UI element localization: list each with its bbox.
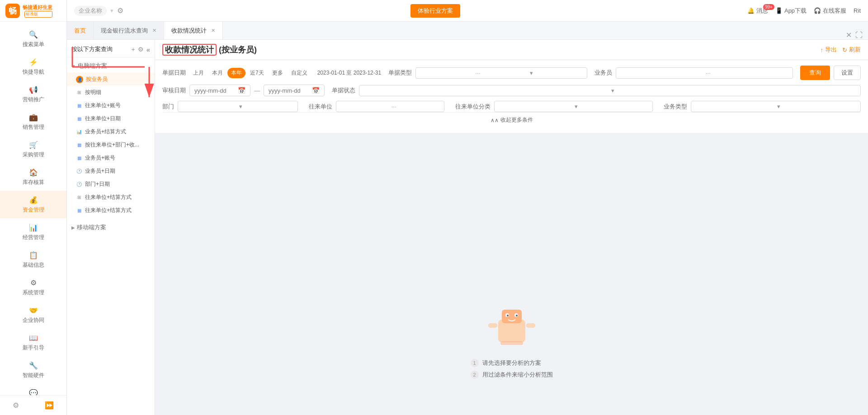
counterpart-select[interactable]: ··· [336, 101, 444, 112]
scheme-item-unit-account[interactable]: ▦ 往来单位+账号 [67, 99, 155, 112]
export-icon: ↑ [821, 47, 824, 53]
dept-select[interactable]: ▾ [178, 101, 298, 112]
voucher-status-select[interactable]: ▾ [359, 85, 861, 96]
date-tab-thisyear[interactable]: 本年 [227, 68, 245, 78]
desktop-group-header[interactable]: ▼ 电脑端方案 [67, 59, 155, 73]
scheme-item-salesperson-date[interactable]: 🕐 业务员+日期 [67, 165, 155, 178]
maximize-icon[interactable]: ⛶ [855, 31, 863, 39]
date-tabs: 上月 本月 本年 近7天 更多 自定义 [189, 68, 311, 78]
trial-btn[interactable]: 体验行业方案 [410, 4, 460, 18]
scheme-item-salesperson-account[interactable]: ▦ 业务员+账号 [67, 151, 155, 165]
svg-point-4 [507, 315, 509, 316]
dept-arrow-icon: ▾ [239, 103, 293, 110]
scheme-item-label: 按明细 [85, 89, 101, 96]
salesperson-date-icon: 🕐 [76, 168, 82, 174]
refresh-icon: ↻ [842, 47, 847, 53]
scheme-item-unit-settle1[interactable]: ⊞ 往来单位+结算方式 [67, 191, 155, 204]
date-separator: — [254, 87, 260, 94]
scheme-item-unit-settle2[interactable]: ▦ 往来单位+结算方式 [67, 204, 155, 217]
filter-row-3: 部门 ▾ 往来单位 ··· [162, 101, 861, 112]
date-tab-lastmonth[interactable]: 上月 [189, 68, 208, 78]
scheme-item-detail[interactable]: ⊞ 按明细 [67, 86, 155, 99]
salesperson-filter: 业务员 ··· [594, 67, 793, 79]
add-scheme-btn[interactable]: + [131, 46, 135, 53]
sidebar-item-search[interactable]: 🔍 搜索菜单 [0, 25, 66, 53]
sidebar-item-collab[interactable]: 🤝 企业协同 [0, 301, 66, 329]
phone-icon: 📱 [775, 7, 783, 14]
counterpart-cat-filter: 往来单位分类 ▾ [455, 101, 653, 112]
online-service-btn[interactable]: 🎧 在线客服 [814, 7, 846, 15]
setting-btn[interactable]: 设置 [834, 66, 861, 80]
hint-num-1: 1 [471, 359, 479, 367]
scheme-item-unit-date[interactable]: ▦ 往来单位+日期 [67, 112, 155, 125]
scheme-item-salesperson[interactable]: 👤 按业务员 [67, 73, 155, 86]
audit-date-label: 审核日期 [162, 86, 186, 94]
panel-actions: + ⚙ « [131, 46, 150, 53]
scheme-settings-btn[interactable]: ⚙ [138, 46, 144, 53]
desktop-group-label: 电脑端方案 [78, 62, 107, 70]
business-type-select[interactable]: ▾ [691, 101, 861, 112]
date-tab-thismonth[interactable]: 本月 [208, 68, 226, 78]
logo-area: 畅 畅捷通好生意 标准版 [0, 0, 66, 22]
sidebar-item-basic[interactable]: 📋 基础信息 [0, 246, 66, 274]
sidebar-item-hardware[interactable]: 🔧 智能硬件 [0, 356, 66, 384]
collapse-panel-btn[interactable]: « [146, 46, 150, 53]
collapse-filter-bar[interactable]: ∧∧ 收起更多条件 [162, 112, 861, 127]
sidebar-item-guide[interactable]: 📖 新手引导 [0, 329, 66, 356]
scheme-item-unit-dept[interactable]: ▦ 按往来单位+部门+收... [67, 138, 155, 151]
collection-tab-close-icon[interactable]: ✕ [211, 28, 215, 33]
collapse-sidebar-btn[interactable]: ⏩ [45, 401, 54, 410]
voucher-type-select[interactable]: ··· ▾ [415, 67, 587, 79]
sidebar-item-marketing[interactable]: 📢 营销推广 [0, 80, 66, 108]
desktop-scheme-group: ▼ 电脑端方案 👤 按业务员 ⊞ 按明细 ▦ 往来单位+账号 [67, 57, 155, 219]
sidebar-item-sales[interactable]: 💼 销售管理 [0, 108, 66, 136]
messages-btn[interactable]: 🔔 消息 99+ [747, 7, 768, 15]
audit-date-from[interactable]: 📅 [189, 85, 250, 96]
salesperson-select[interactable]: ··· [616, 67, 793, 79]
scheme-item-label: 业务员+账号 [85, 154, 115, 162]
page-title: 收款情况统计 (按业务员) [162, 44, 257, 55]
query-btn[interactable]: 查询 [800, 66, 830, 80]
sidebar-item-wechat[interactable]: 💬 企业微信 [0, 384, 66, 395]
mobile-group-label: 移动端方案 [77, 223, 106, 231]
sidebar-item-purchase[interactable]: 🛒 采购管理 [0, 136, 66, 163]
sales-icon: 💼 [29, 113, 38, 122]
audit-date-to-input[interactable] [269, 87, 309, 94]
sidebar-item-finance[interactable]: 💰 资金管理 [0, 191, 66, 218]
company-breadcrumb[interactable]: 企业名称 [74, 6, 107, 16]
audit-date-to[interactable]: 📅 [264, 85, 325, 96]
app-download-btn[interactable]: 📱 App下载 [775, 7, 807, 15]
refresh-btn[interactable]: ↻ 刷新 [842, 46, 861, 54]
voucher-status-filter: 单据状态 ▾ [332, 85, 861, 96]
scheme-item-salesperson-settle[interactable]: 📊 业务员+结算方式 [67, 125, 155, 138]
cashflow-tab-close-icon[interactable]: ✕ [152, 28, 156, 33]
sidebar-item-operations[interactable]: 📊 经营管理 [0, 218, 66, 246]
close-window-icon[interactable]: ✕ [846, 31, 852, 39]
empty-hints: 1 请先选择要分析的方案 2 用过滤条件来缩小分析范围 [471, 359, 553, 379]
business-type-label: 业务类型 [664, 103, 687, 111]
user-name[interactable]: Rit [854, 7, 861, 14]
sidebar-item-quicknav[interactable]: ⚡ 快捷导航 [0, 53, 66, 80]
counterpart-cat-select[interactable]: ▾ [494, 101, 653, 112]
title-highlight: 收款情况统计 [162, 44, 217, 56]
sidebar-item-inventory[interactable]: 🏠 库存核算 [0, 163, 66, 191]
scheme-item-dept-date[interactable]: 🕐 部门+日期 [67, 178, 155, 191]
salesperson-account-icon: ▦ [76, 155, 82, 161]
settings-footer-btn[interactable]: ⚙ [13, 401, 19, 410]
date-tab-custom[interactable]: 自定义 [288, 68, 311, 78]
sidebar-item-system[interactable]: ⚙ 系统管理 [0, 274, 66, 301]
quicknav-icon: ⚡ [29, 57, 38, 66]
audit-date-from-input[interactable] [194, 87, 235, 94]
date-tab-7days[interactable]: 近7天 [246, 68, 268, 78]
date-tab-more[interactable]: 更多 [269, 68, 287, 78]
operations-icon: 📊 [29, 223, 38, 232]
tab-cashflow[interactable]: 现金银行流水查询 ✕ [94, 22, 164, 39]
tab-collection[interactable]: 收款情况统计 ✕ [164, 22, 223, 39]
mobile-group-header[interactable]: ▶ 移动端方案 [67, 221, 155, 234]
tab-home[interactable]: 首页 [67, 22, 94, 39]
export-btn[interactable]: ↑ 导出 [821, 46, 837, 54]
settings-gear-icon[interactable]: ⚙ [117, 6, 123, 15]
unit-account-icon: ▦ [76, 103, 82, 109]
collapse-icon: ∧∧ [491, 117, 499, 123]
tabs-actions: ✕ ⛶ [840, 31, 868, 39]
